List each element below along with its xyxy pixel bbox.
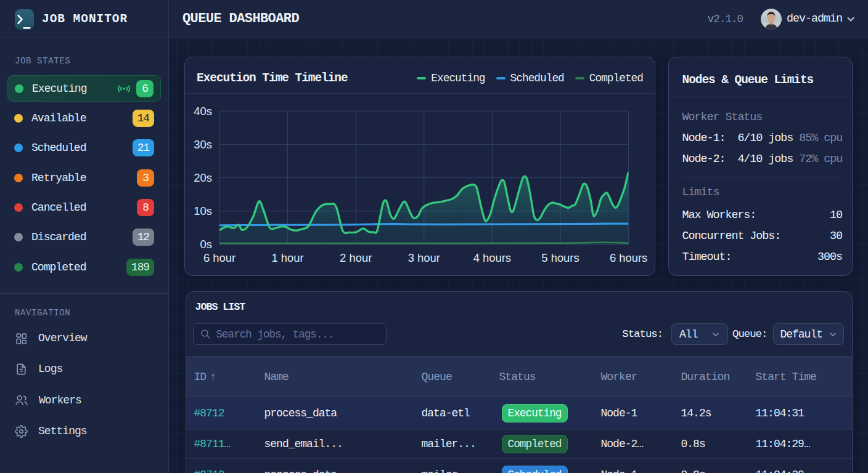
- svg-text:1 hour: 1 hour: [272, 251, 304, 264]
- svg-text:6 hours: 6 hours: [610, 251, 647, 264]
- svg-text:10s: 10s: [194, 204, 212, 217]
- svg-text:2 hour: 2 hour: [340, 251, 372, 264]
- svg-text:4 hours: 4 hours: [473, 251, 511, 264]
- svg-text:30s: 30s: [194, 138, 212, 151]
- svg-text:40s: 40s: [194, 105, 212, 118]
- svg-text:3 hour: 3 hour: [408, 251, 440, 264]
- svg-text:5 hours: 5 hours: [541, 251, 579, 264]
- svg-text:0s: 0s: [200, 238, 212, 251]
- svg-text:20s: 20s: [194, 171, 212, 184]
- svg-text:6 hour: 6 hour: [203, 251, 235, 264]
